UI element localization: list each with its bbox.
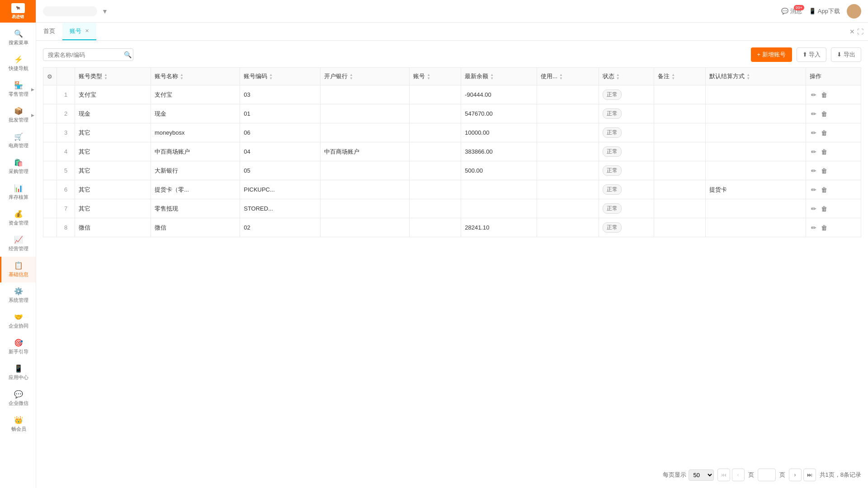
col-header-bank[interactable]: 开户银行▲▼ bbox=[320, 68, 409, 85]
add-account-button[interactable]: + 新增账号 bbox=[751, 47, 792, 62]
search-box[interactable]: 🔍 bbox=[43, 48, 133, 61]
cell-type: 其它 bbox=[75, 199, 151, 218]
edit-button[interactable]: ✏ bbox=[811, 110, 816, 117]
row-num-cell: 7 bbox=[57, 199, 75, 218]
cell-notes bbox=[654, 218, 706, 237]
sort-icon-code[interactable]: ▲▼ bbox=[269, 73, 273, 80]
per-page-select: 每页显示 102050100 bbox=[663, 469, 714, 481]
cell-usage bbox=[537, 85, 599, 104]
cell-balance: -90444.00 bbox=[461, 85, 537, 104]
toolbar: 🔍 + 新增账号 ⬆ 导入 ⬇ 导出 bbox=[43, 47, 861, 62]
sort-icon-settlement[interactable]: ▲▼ bbox=[746, 73, 750, 80]
col-header-account[interactable]: 账号▲▼ bbox=[410, 68, 461, 85]
col-header-name[interactable]: 账号名称▲▼ bbox=[151, 68, 240, 85]
sidebar-item-搜索菜单[interactable]: 🔍 搜索菜单 bbox=[0, 25, 36, 51]
prev-page-button[interactable]: ‹ bbox=[732, 469, 745, 481]
app-download-label: App下载 bbox=[818, 7, 840, 15]
cell-bank bbox=[320, 104, 409, 123]
search-input[interactable] bbox=[48, 52, 124, 58]
settings-icon[interactable]: ⚙ bbox=[47, 73, 52, 80]
sidebar-item-快捷导航[interactable]: ⚡ 快捷导航 bbox=[0, 51, 36, 76]
sidebar-icon: 🎯 bbox=[14, 338, 23, 347]
edit-button[interactable]: ✏ bbox=[811, 91, 816, 99]
sidebar-item-企业协同[interactable]: 🤝 企业协同 bbox=[0, 308, 36, 334]
header-search-input[interactable] bbox=[48, 8, 85, 14]
cell-balance: 500.00 bbox=[461, 161, 537, 180]
sidebar-item-采购管理[interactable]: 🛍️ 采购管理 bbox=[0, 154, 36, 179]
page-input[interactable]: 1 bbox=[758, 469, 776, 481]
next-page-button[interactable]: › bbox=[789, 469, 802, 481]
maximize-button[interactable]: ⛶ bbox=[857, 28, 863, 35]
sidebar-item-应用中心[interactable]: 📱 应用中心 bbox=[0, 360, 36, 385]
sort-icon-status[interactable]: ▲▼ bbox=[616, 73, 620, 80]
sidebar-item-新手引导[interactable]: 🎯 新手引导 bbox=[0, 334, 36, 360]
per-page-dropdown[interactable]: 102050100 bbox=[689, 469, 714, 481]
sidebar-item-企业微信[interactable]: 💬 企业微信 bbox=[0, 385, 36, 411]
delete-button[interactable]: 🗑 bbox=[821, 186, 827, 193]
minimize-button[interactable]: ✕ bbox=[849, 28, 855, 35]
cell-name: 中百商场账户 bbox=[151, 142, 240, 161]
sidebar-item-零售管理[interactable]: 🏪 零售管理 ▶ bbox=[0, 76, 36, 102]
delete-button[interactable]: 🗑 bbox=[821, 148, 827, 155]
edit-button[interactable]: ✏ bbox=[811, 224, 816, 231]
delete-button[interactable]: 🗑 bbox=[821, 91, 827, 99]
first-page-button[interactable]: ⏮ bbox=[717, 469, 730, 481]
delete-button[interactable]: 🗑 bbox=[821, 224, 827, 231]
sidebar-item-电商管理[interactable]: 🛒 电商管理 bbox=[0, 128, 36, 154]
sidebar-item-经营管理[interactable]: 📈 经营管理 bbox=[0, 231, 36, 257]
sidebar-item-基础信息[interactable]: 📋 基础信息 bbox=[0, 257, 36, 282]
edit-button[interactable]: ✏ bbox=[811, 186, 816, 193]
edit-button[interactable]: ✏ bbox=[811, 205, 816, 212]
edit-button[interactable]: ✏ bbox=[811, 129, 816, 136]
sidebar-item-label: 企业协同 bbox=[9, 323, 28, 329]
app-download-button[interactable]: 📱 App下载 bbox=[809, 7, 840, 15]
sidebar-item-label: 新手引导 bbox=[9, 348, 28, 355]
export-button[interactable]: ⬇ 导出 bbox=[831, 47, 861, 62]
sidebar-item-批发管理[interactable]: 📦 批发管理 ▶ bbox=[0, 102, 36, 128]
sidebar-item-资金管理[interactable]: 💰 资金管理 bbox=[0, 205, 36, 231]
sort-icon-type[interactable]: ▲▼ bbox=[104, 73, 108, 80]
avatar[interactable] bbox=[847, 4, 861, 19]
sidebar-item-系统管理[interactable]: ⚙️ 系统管理 bbox=[0, 282, 36, 308]
tab-账号[interactable]: 账号✕ bbox=[62, 23, 96, 40]
sort-icon-account[interactable]: ▲▼ bbox=[427, 73, 430, 80]
row-settings-cell bbox=[43, 180, 57, 199]
col-header-notes[interactable]: 备注▲▼ bbox=[654, 68, 706, 85]
cell-bank bbox=[320, 180, 409, 199]
cell-name: moneybosx bbox=[151, 123, 240, 142]
last-page-button[interactable]: ⏭ bbox=[803, 469, 816, 481]
edit-button[interactable]: ✏ bbox=[811, 148, 816, 155]
cell-status: 正常 bbox=[599, 123, 654, 142]
import-button[interactable]: ⬆ 导入 bbox=[797, 47, 827, 62]
col-header-type[interactable]: 账号类型▲▼ bbox=[75, 68, 151, 85]
sidebar-item-库存核算[interactable]: 📊 库存核算 bbox=[0, 179, 36, 205]
delete-button[interactable]: 🗑 bbox=[821, 205, 827, 212]
sidebar-item-畅会员[interactable]: 👑 畅会员 bbox=[0, 411, 36, 437]
cell-bank bbox=[320, 85, 409, 104]
sort-icon-balance[interactable]: ▲▼ bbox=[490, 73, 494, 80]
sort-icon-name[interactable]: ▲▼ bbox=[180, 73, 184, 80]
col-header-code[interactable]: 账号编码▲▼ bbox=[240, 68, 321, 85]
message-button[interactable]: 💬 消息 99+ bbox=[781, 7, 802, 15]
delete-button[interactable]: 🗑 bbox=[821, 110, 827, 117]
tab-首页[interactable]: 首页 bbox=[36, 23, 62, 40]
col-header-balance[interactable]: 最新余额▲▼ bbox=[461, 68, 537, 85]
search-icon[interactable]: 🔍 bbox=[124, 51, 132, 58]
col-header-usage[interactable]: 使用...▲▼ bbox=[537, 68, 599, 85]
notification-badge: 99+ bbox=[794, 5, 804, 10]
edit-button[interactable]: ✏ bbox=[811, 167, 816, 174]
cell-code: 05 bbox=[240, 161, 321, 180]
cell-code: 06 bbox=[240, 123, 321, 142]
sort-icon-notes[interactable]: ▲▼ bbox=[671, 73, 675, 80]
cell-settlement bbox=[706, 199, 806, 218]
sort-icon-bank[interactable]: ▲▼ bbox=[349, 73, 353, 80]
col-header-settlement[interactable]: 默认结算方式▲▼ bbox=[706, 68, 806, 85]
delete-button[interactable]: 🗑 bbox=[821, 167, 827, 174]
nav-dropdown-arrow[interactable]: ▼ bbox=[102, 8, 108, 15]
sort-icon-usage[interactable]: ▲▼ bbox=[559, 73, 563, 80]
header-search-box[interactable] bbox=[43, 6, 97, 16]
delete-button[interactable]: 🗑 bbox=[821, 129, 827, 136]
tab-close-button[interactable]: ✕ bbox=[85, 28, 89, 34]
col-header-status[interactable]: 状态▲▼ bbox=[599, 68, 654, 85]
row-settings-cell bbox=[43, 199, 57, 218]
